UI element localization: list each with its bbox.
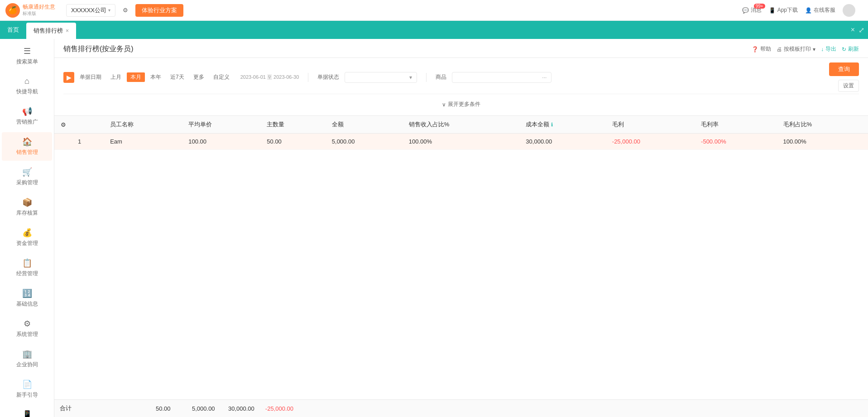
status-select[interactable]: ▾ <box>345 72 417 83</box>
purchase-icon: 🛒 <box>22 167 32 177</box>
date-tab-last-month[interactable]: 上月 <box>107 72 125 82</box>
sidebar-item-operation[interactable]: 📋 经营管理 <box>2 254 52 282</box>
date-tab-this-year[interactable]: 本年 <box>147 72 165 82</box>
filter-bar: ▶ 单据日期 上月 本月 本年 近7天 更多 自定义 2023-06-01 至 … <box>54 58 868 116</box>
close-all-tabs-button[interactable]: × <box>851 26 855 34</box>
sales-icon: 🏠 <box>22 137 32 147</box>
status-filter-label: 单据状态 <box>317 73 339 81</box>
refresh-label: 刷新 <box>848 45 859 53</box>
col-avg-price: 平均单价 <box>183 116 261 134</box>
sidebar-item-label: 库存核算 <box>16 209 38 217</box>
sidebar-item-search[interactable]: ☰ 搜索菜单 <box>2 42 52 70</box>
sidebar-item-label: 基础信息 <box>16 300 38 308</box>
col-gross-pct: 毛利占比% <box>778 116 868 134</box>
filter-row: ▶ 单据日期 上月 本月 本年 近7天 更多 自定义 2023-06-01 至 … <box>63 62 859 92</box>
filter-expand-arrow[interactable]: ▶ <box>63 72 74 83</box>
col-gross-profit: 毛利 <box>607 116 695 134</box>
print-button[interactable]: 🖨 按模板打印 ▾ <box>777 45 815 53</box>
expand-more-button[interactable]: ∨ 展开更多条件 <box>442 101 480 108</box>
sidebar-item-finance[interactable]: 💰 资金管理 <box>2 223 52 252</box>
sidebar-item-label: 采购管理 <box>16 179 38 187</box>
tab-bar-actions: × ⤢ <box>851 26 864 34</box>
finance-icon: 💰 <box>22 228 32 238</box>
online-service-button[interactable]: 👤 在线客服 <box>805 6 835 14</box>
col-cost-amount: 成本全额 ℹ <box>520 116 606 134</box>
print-label: 按模板打印 <box>784 45 811 53</box>
sidebar-item-sales[interactable]: 🏠 销售管理 <box>2 132 52 161</box>
refresh-button[interactable]: ↻ 刷新 <box>842 45 859 53</box>
goods-more-icon[interactable]: ··· <box>542 74 547 81</box>
footer-gross-profit: -25,000.00 <box>260 405 299 412</box>
company-arrow: ▾ <box>108 8 110 13</box>
company-selector[interactable]: XXXXXX公司 ▾ <box>66 4 115 17</box>
search-menu-icon: ☰ <box>24 46 31 56</box>
col-gross-margin: 毛利率 <box>695 116 777 134</box>
tab-home[interactable]: 首页 <box>0 21 26 39</box>
footer-cost: 30,000.00 <box>223 405 260 412</box>
col-rank <box>72 116 105 134</box>
set-button[interactable]: 设置 <box>838 80 859 92</box>
logo-text: 畅康通好生意 <box>23 4 55 11</box>
data-table: ⚙ 员工名称 平均单价 主数量 全额 销售收入占比% 成本全额 ℹ 毛利 毛利率… <box>54 116 868 150</box>
sidebar-item-marketing[interactable]: 📢 营销推广 <box>2 102 52 130</box>
print-arrow-icon: ▾ <box>813 46 815 53</box>
help-button[interactable]: ❓ 帮助 <box>752 45 771 53</box>
top-bar-right: 💬 消息 99+ 📱 App下载 👤 在线客服 <box>742 4 863 17</box>
sidebar-item-label: 企业协同 <box>16 361 38 369</box>
cell-amount: 5,000.00 <box>326 134 403 150</box>
sidebar-item-guide[interactable]: 📄 新手引导 <box>2 375 52 403</box>
company-name: XXXXXX公司 <box>71 6 106 14</box>
message-button[interactable]: 💬 消息 99+ <box>742 6 762 14</box>
refresh-icon: ↻ <box>842 46 846 53</box>
page-header: 销售排行榜(按业务员) ❓ 帮助 🖨 按模板打印 ▾ ↓ 导出 ↻ 刷新 <box>54 39 868 58</box>
date-range: 2023-06-01 至 2023-06-30 <box>240 74 299 81</box>
goods-filter[interactable]: ··· <box>452 72 551 83</box>
logo-sub: 标准版 <box>23 10 55 17</box>
col-name: 员工名称 <box>105 116 183 134</box>
date-filter-label: 单据日期 <box>80 73 101 81</box>
date-tab-more[interactable]: 更多 <box>190 72 208 82</box>
trial-button[interactable]: 体验行业方案 <box>135 4 183 17</box>
table-container: ⚙ 员工名称 平均单价 主数量 全额 销售收入占比% 成本全额 ℹ 毛利 毛利率… <box>54 116 868 399</box>
apps-icon: 📱 <box>22 410 32 417</box>
export-button[interactable]: ↓ 导出 <box>821 45 836 53</box>
content-area: 销售排行榜(按业务员) ❓ 帮助 🖨 按模板打印 ▾ ↓ 导出 ↻ 刷新 <box>54 39 868 417</box>
sidebar-item-purchase[interactable]: 🛒 采购管理 <box>2 163 52 191</box>
sidebar: ☰ 搜索菜单 ⌂ 快捷导航 📢 营销推广 🏠 销售管理 🛒 采购管理 📦 库存核… <box>0 39 54 417</box>
sidebar-item-basic[interactable]: 🔢 基础信息 <box>2 284 52 312</box>
date-tab-7days[interactable]: 近7天 <box>167 72 188 82</box>
app-download-button[interactable]: 📱 App下载 <box>769 6 798 14</box>
query-button[interactable]: 查询 <box>829 62 859 76</box>
cell-qty: 50.00 <box>261 134 326 150</box>
date-tab-custom[interactable]: 自定义 <box>210 72 233 82</box>
cell-avg-price: 100.00 <box>183 134 261 150</box>
tab-bar: 首页 销售排行榜 × × ⤢ <box>0 21 868 39</box>
guide-icon: 📄 <box>22 379 32 389</box>
date-tab-this-month[interactable]: 本月 <box>127 72 145 82</box>
tab-sales-ranking[interactable]: 销售排行榜 × <box>26 23 76 39</box>
settings-icon[interactable]: ⚙ <box>119 4 132 17</box>
cell-gross-margin: -500.00% <box>695 134 777 150</box>
avatar[interactable] <box>843 4 855 17</box>
table-row: 1 Eam 100.00 50.00 5,000.00 100.00% 30,0… <box>54 134 868 150</box>
enterprise-icon: 🏢 <box>22 349 32 359</box>
sidebar-item-label: 系统管理 <box>16 331 38 338</box>
message-icon: 💬 <box>742 7 749 14</box>
tab-close-icon[interactable]: × <box>66 28 69 34</box>
sidebar-item-label: 快捷导航 <box>16 88 38 96</box>
sidebar-item-apps[interactable]: 📱 应用中心 <box>2 405 52 417</box>
cell-rank: 1 <box>72 134 105 150</box>
sidebar-item-label: 销售管理 <box>16 149 38 156</box>
system-icon: ⚙ <box>24 319 31 329</box>
sidebar-item-system[interactable]: ⚙ 系统管理 <box>2 314 52 343</box>
footer-cells: 50.00 5,000.00 30,000.00 -25,000.00 <box>150 405 863 412</box>
expand-tab-button[interactable]: ⤢ <box>858 26 864 34</box>
inventory-icon: 📦 <box>22 197 32 207</box>
sidebar-item-enterprise[interactable]: 🏢 企业协同 <box>2 345 52 373</box>
table-header-row: ⚙ 员工名称 平均单价 主数量 全额 销售收入占比% 成本全额 ℹ 毛利 毛利率… <box>54 116 868 134</box>
col-qty: 主数量 <box>261 116 326 134</box>
sidebar-item-inventory[interactable]: 📦 库存核算 <box>2 193 52 221</box>
sidebar-item-shortcut[interactable]: ⌂ 快捷导航 <box>2 72 52 100</box>
cell-settings <box>54 134 72 150</box>
col-settings[interactable]: ⚙ <box>54 116 72 134</box>
